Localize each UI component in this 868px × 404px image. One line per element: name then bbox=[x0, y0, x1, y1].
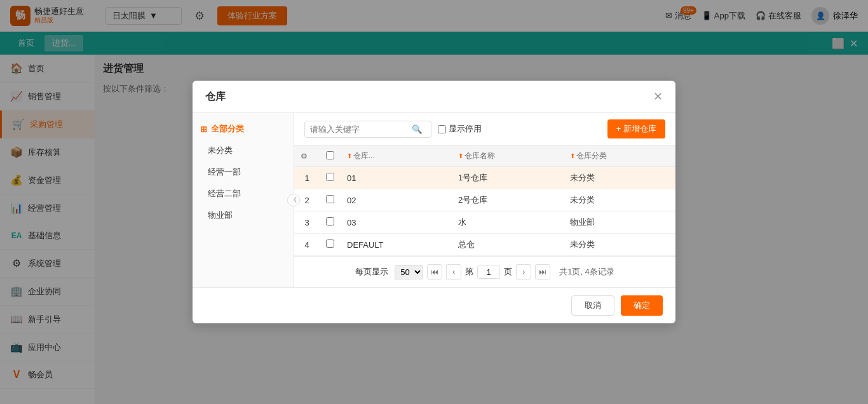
next-page-button[interactable]: › bbox=[516, 264, 531, 279]
modal-footer: 取消 确定 bbox=[193, 287, 675, 323]
modal-body: ⊞ 全部分类 未分类 经营一部 经营二部 物业部 《 🔍 bbox=[193, 113, 675, 287]
row-name: 1号仓库 bbox=[452, 167, 564, 189]
modal-close-button[interactable]: ✕ bbox=[653, 90, 663, 104]
row-check[interactable] bbox=[320, 234, 341, 256]
sort-icon2: ⬆ bbox=[458, 152, 463, 159]
search-button[interactable]: 🔍 bbox=[407, 121, 428, 137]
show-disabled-checkbox[interactable]: 显示停用 bbox=[438, 123, 482, 135]
confirm-button[interactable]: 确定 bbox=[621, 295, 663, 316]
select-all-checkbox[interactable] bbox=[326, 151, 334, 159]
row-category: 未分类 bbox=[564, 189, 675, 212]
grid-icon: ⊞ bbox=[200, 125, 207, 134]
category-item-ops1[interactable]: 经营一部 bbox=[193, 161, 294, 183]
row-code: 02 bbox=[341, 189, 452, 212]
table-row[interactable]: 3 03 水 物业部 bbox=[294, 212, 675, 234]
modal-header: 仓库 ✕ bbox=[193, 81, 675, 113]
col-name: ⬆ 仓库名称 bbox=[452, 145, 564, 167]
row-name: 2号仓库 bbox=[452, 189, 564, 212]
category-header[interactable]: ⊞ 全部分类 bbox=[193, 118, 294, 140]
prev-page-button[interactable]: ‹ bbox=[446, 264, 461, 279]
add-warehouse-button[interactable]: + 新增仓库 bbox=[607, 119, 665, 138]
row-code: DEFAULT bbox=[341, 234, 452, 256]
page-input[interactable] bbox=[477, 266, 500, 279]
row-num: 4 bbox=[294, 234, 320, 256]
table-row[interactable]: 4 DEFAULT 总仓 未分类 bbox=[294, 234, 675, 256]
modal-title: 仓库 bbox=[205, 90, 226, 104]
category-item-uncategorized[interactable]: 未分类 bbox=[193, 140, 294, 161]
last-page-button[interactable]: ⏭ bbox=[535, 264, 550, 279]
sort-name[interactable]: ⬆ 仓库名称 bbox=[458, 151, 495, 161]
row-num: 1 bbox=[294, 167, 320, 189]
category-panel: ⊞ 全部分类 未分类 经营一部 经营二部 物业部 《 bbox=[193, 113, 294, 287]
sort-category[interactable]: ⬆ 仓库分类 bbox=[570, 151, 607, 161]
search-box: 🔍 bbox=[304, 121, 431, 138]
row-category: 物业部 bbox=[564, 212, 675, 234]
per-page-select[interactable]: 50 bbox=[395, 265, 423, 279]
pagination: 每页显示 50 ⏮ ‹ 第 页 › ⏭ 共1页, 4条记录 bbox=[294, 256, 675, 287]
row-check[interactable] bbox=[320, 167, 341, 189]
row-check[interactable] bbox=[320, 189, 341, 212]
row-code: 01 bbox=[341, 167, 452, 189]
search-input[interactable] bbox=[305, 121, 407, 137]
page-unit: 页 bbox=[504, 266, 512, 278]
page-label: 第 bbox=[465, 266, 473, 278]
row-category: 未分类 bbox=[564, 234, 675, 256]
col-code: ⬆ 仓库... bbox=[341, 145, 452, 167]
first-page-button[interactable]: ⏮ bbox=[427, 264, 442, 279]
row-name: 水 bbox=[452, 212, 564, 234]
category-item-ops2[interactable]: 经营二部 bbox=[193, 183, 294, 205]
row-name: 总仓 bbox=[452, 234, 564, 256]
col-checkbox bbox=[320, 145, 341, 167]
category-collapse-button[interactable]: 《 bbox=[287, 194, 300, 206]
row-num: 3 bbox=[294, 212, 320, 234]
table-body: 1 01 1号仓库 未分类 2 02 2号仓库 bbox=[294, 167, 675, 256]
total-info: 共1页, 4条记录 bbox=[559, 266, 614, 278]
col-settings[interactable]: ⚙ bbox=[294, 145, 320, 167]
warehouse-modal: 仓库 ✕ ⊞ 全部分类 未分类 经营一部 经营二部 物业部 《 bbox=[193, 81, 675, 323]
show-disabled-input[interactable] bbox=[438, 125, 446, 133]
table-scroll: ⚙ ⬆ 仓库... ⬆ bbox=[294, 145, 675, 256]
per-page-label: 每页显示 bbox=[355, 266, 388, 278]
table-header: ⚙ ⬆ 仓库... ⬆ bbox=[294, 145, 675, 167]
sort-icon: ⬆ bbox=[347, 152, 352, 159]
row-code: 03 bbox=[341, 212, 452, 234]
cancel-button[interactable]: 取消 bbox=[571, 295, 614, 316]
table-row[interactable]: 1 01 1号仓库 未分类 bbox=[294, 167, 675, 189]
col-category: ⬆ 仓库分类 bbox=[564, 145, 675, 167]
category-item-property[interactable]: 物业部 bbox=[193, 205, 294, 226]
warehouse-table: ⚙ ⬆ 仓库... ⬆ bbox=[294, 145, 675, 256]
content-toolbar: 🔍 显示停用 + 新增仓库 bbox=[294, 113, 675, 145]
sort-code[interactable]: ⬆ 仓库... bbox=[347, 151, 375, 161]
content-panel: 🔍 显示停用 + 新增仓库 ⚙ bbox=[294, 113, 675, 287]
sort-icon3: ⬆ bbox=[570, 152, 575, 159]
table-row[interactable]: 2 02 2号仓库 未分类 bbox=[294, 189, 675, 212]
modal-overlay[interactable]: 仓库 ✕ ⊞ 全部分类 未分类 经营一部 经营二部 物业部 《 bbox=[0, 0, 868, 404]
row-category: 未分类 bbox=[564, 167, 675, 189]
row-check[interactable] bbox=[320, 212, 341, 234]
